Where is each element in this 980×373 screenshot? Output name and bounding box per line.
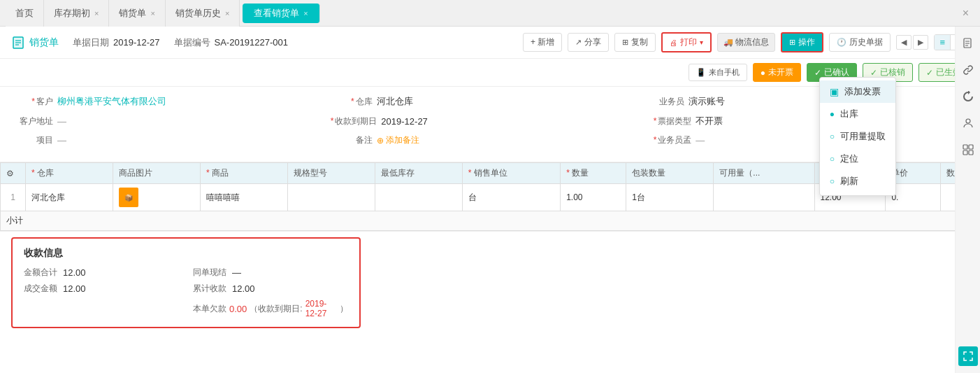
prev-button[interactable]: ◀ [896,35,911,50]
payment-date-field: 收款到期日 2019-12-27 [331,115,650,127]
current-owed-value: 0.00 [229,304,247,314]
col-sales-unit: * 销售单位 [462,163,560,184]
svg-rect-12 [969,150,973,155]
col-sku: 规格型号 [287,163,375,184]
checkbox-icon: ▣ [830,86,839,97]
logistics-button[interactable]: 🚚 物流信息 [717,33,775,52]
ticket-type-value: 不开票 [696,115,723,127]
new-button[interactable]: + 新增 [523,33,562,52]
doc-number-field: 单据编号 SA-20191227-001 [174,36,289,49]
tab-close-history[interactable]: × [225,9,229,17]
row-sales-unit: 台 [462,184,560,211]
history-button[interactable]: 🕐 历史单据 [829,33,891,52]
doc-date-field: 单据日期 2019-12-27 [73,36,160,49]
tab-sales-order[interactable]: 销货单 × [109,0,165,27]
customer-field: 客户 柳州粤港平安气体有限公司 [11,95,331,108]
print-button[interactable]: 🖨 打印 ▾ [661,32,712,52]
tab-view-sales[interactable]: 查看销货单 × [243,3,319,23]
doc-header: 销货单 单据日期 2019-12-27 单据编号 SA-20191227-001… [0,27,980,59]
warehouse-value: 河北仓库 [377,95,413,108]
svg-point-8 [966,119,970,123]
col-pack-qty: 包装数量 [626,163,714,184]
copy-button[interactable]: ⊞ 复制 [614,33,656,52]
row-warehouse: 河北仓库 [26,184,113,211]
employee-value: 演示账号 [689,95,725,108]
not-open-button[interactable]: ● 未开票 [753,63,801,82]
note-field: 备注 ⊕ 添加备注 [331,134,650,146]
tab-sales-history[interactable]: 销货单历史 × [166,0,240,27]
col-settings[interactable]: ⚙ [1,163,26,184]
doc-actions: + 新增 ↗ 分享 ⊞ 复制 🖨 打印 ▾ 🚚 物流信息 [523,32,969,52]
operations-dropdown: ▣ 添加发票 ● 出库 ○ 可用量提取 ○ 定位 ○ 刷新 [819,77,896,196]
payment-grid: 金额合计 12.00 同单现结 — 成交金额 12.00 累计收款 12.00 … [24,267,348,318]
subtotal-label: 小计 [1,211,980,231]
svg-rect-11 [963,150,967,155]
same-order-settle-row: 同单现结 — [193,267,348,279]
due-date-value: 2019-12-27 [305,299,337,318]
refresh-item[interactable]: ○ 刷新 [820,170,895,192]
radio-icon-1: ○ [830,132,835,141]
total-row: 金额合计 12.00 [24,267,179,279]
share-button[interactable]: ↗ 分享 [568,33,609,52]
nav-arrows: ◀ ▶ [896,35,928,50]
row-min-stock [375,184,462,211]
sidebar-file-icon[interactable] [958,34,978,53]
tab-home[interactable]: 首页 [6,0,44,27]
product-image: 📦 [119,188,138,207]
operations-button[interactable]: ⊞ 操作 [781,32,823,52]
radio-icon-2: ○ [830,154,835,164]
view-list-button[interactable]: ≡ [935,35,951,50]
current-owed-row: 本单欠款 0.00 （收款到期日: 2019-12-27 ） [193,299,348,318]
sidebar-rotate-icon[interactable] [958,87,978,106]
tab-close-sales[interactable]: × [150,9,154,17]
col-min-stock: 最低库存 [375,163,462,184]
employee-field: 业务员 演示账号 [649,95,969,108]
tab-inventory-open[interactable]: 库存期初 × [44,0,109,27]
row-product-img: 📦 [113,184,200,211]
locate-item[interactable]: ○ 定位 [820,148,895,170]
deal-amount-value: 12.00 [63,283,86,294]
col-warehouse: * 仓库 [26,163,113,184]
col-product-img: 商品图片 [113,163,200,184]
sidebar-expand-icon[interactable] [958,346,978,366]
available-qty-item[interactable]: ○ 可用量提取 [820,125,895,148]
row-quantity: 1.00 [561,184,626,211]
add-note-button[interactable]: ⊕ 添加备注 [377,134,419,146]
ticket-type-field: 票据类型 不开票 [649,115,969,127]
sales-order-icon [11,36,25,50]
sidebar-table-icon[interactable] [958,140,978,160]
row-available [714,184,814,211]
address-value: — [57,116,66,127]
warehouse-field: 仓库 河北仓库 [331,95,650,108]
right-sidebar [955,27,980,373]
accumulated-row: 累计收款 12.00 [193,283,348,295]
row-product: 嘻嘻嘻嘻 [200,184,287,211]
sales-emp-field: 业务员孟 — [649,134,969,146]
sidebar-user-icon[interactable] [958,113,978,133]
same-order-settle-value: — [232,267,241,278]
project-field: 项目 — [11,134,331,146]
address-field: 客户地址 — [11,115,331,127]
project-value: — [57,135,66,146]
next-button[interactable]: ▶ [913,35,928,50]
add-invoice-item[interactable]: ▣ 添加发票 [820,80,895,103]
radio-selected-icon: ● [830,109,835,119]
deal-amount-row: 成交金额 12.00 [24,283,179,295]
col-quantity: * 数量 [561,163,626,184]
tab-close-view[interactable]: × [303,9,308,17]
payment-title: 收款信息 [24,247,348,260]
from-mobile-button[interactable]: 📱 来自手机 [689,64,747,81]
out-warehouse-item[interactable]: ● 出库 [820,103,895,125]
col-product: * 商品 [200,163,287,184]
row-num: 1 [1,184,26,211]
accumulated-value: 12.00 [232,283,255,294]
row-pack-qty: 1台 [626,184,714,211]
payment-info-box: 收款信息 金额合计 12.00 同单现结 — 成交金额 12.00 累计收款 1… [11,237,361,328]
sales-emp-value: — [696,135,705,146]
col-available: 可用量（... [714,163,814,184]
tab-close-inventory[interactable]: × [94,9,99,17]
close-all-button[interactable]: × [957,4,974,22]
total-value: 12.00 [63,267,86,278]
customer-value[interactable]: 柳州粤港平安气体有限公司 [57,95,166,108]
sidebar-link-icon[interactable] [958,60,978,80]
